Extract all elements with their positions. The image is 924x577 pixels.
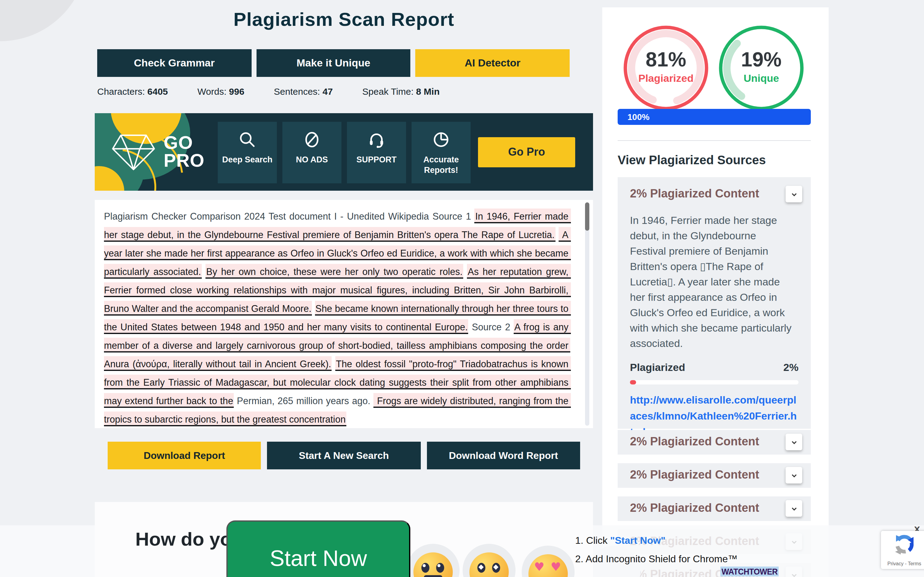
heart-eye-icon: ♥ — [534, 560, 544, 573]
expand-card-button[interactable] — [785, 500, 802, 517]
scanned-document-box: Plagiarism Checker Comparison 2024 Test … — [95, 200, 593, 428]
source-meter-value: 2% — [784, 362, 798, 374]
document-scrollbar-thumb[interactable] — [585, 202, 589, 230]
sentences-stat: Sentences:47 — [274, 86, 333, 97]
expand-card-button[interactable] — [785, 467, 802, 484]
download-report-button[interactable]: Download Report — [108, 442, 261, 469]
words-label: Words: — [197, 86, 226, 97]
stats-row: Characters:6405 Words:996 Sentences:47 S… — [97, 86, 440, 97]
watchtower-logo: WATCHTOWER — [720, 567, 779, 576]
doc-segment: Source 2 — [468, 322, 514, 332]
words-stat: Words:996 — [197, 86, 245, 97]
search-icon — [238, 131, 256, 149]
plagiarism-report-page: Plagiarism Scan Report Check Grammar Mak… — [0, 0, 924, 577]
feature-support: SUPPORT — [347, 122, 406, 183]
feature-label: SUPPORT — [356, 155, 397, 166]
source-card-collapsed[interactable]: 2% Plagiarized Content — [618, 430, 811, 455]
doc-segment — [312, 303, 314, 314]
step2-text: 2. Add Incognito Shield for Chrome™ — [575, 554, 738, 564]
source-card-expanded: 2% Plagiarized Content In 1946, Ferrier … — [618, 177, 811, 429]
diamond-icon — [111, 132, 156, 172]
doc-segment-plagiarized: By her own choice, these were her only t… — [205, 264, 463, 279]
emoji-face — [413, 553, 453, 577]
unique-percentage: 19% — [718, 48, 805, 71]
characters-stat: Characters:6405 — [97, 86, 168, 97]
pie-chart-icon — [432, 131, 450, 149]
document-scrollbar[interactable] — [585, 202, 589, 425]
heart-eye-icon: ♥ — [551, 560, 561, 573]
feature-no-ads: NO ADS — [282, 122, 342, 183]
emoji-eye — [421, 563, 429, 573]
doc-segment: Permian, 265 million years ago. — [234, 395, 373, 406]
plagiarized-label: Plagiarized — [622, 73, 709, 85]
plagiarized-gauge: 81% Plagiarized — [622, 24, 709, 111]
source-card-title: 2% Plagiarized Content — [630, 435, 759, 448]
recaptcha-badge[interactable]: Privacy - Terms — [881, 531, 924, 569]
start-now-button[interactable]: Start Now — [226, 521, 410, 577]
sentences-label: Sentences: — [274, 86, 320, 97]
download-word-report-button[interactable]: Download Word Report — [427, 442, 580, 469]
feature-label: Accurate Reports! — [411, 155, 471, 176]
chevron-down-icon — [789, 470, 799, 480]
unique-gauge: 19% Unique — [718, 24, 805, 111]
feature-deep-search: Deep Search — [218, 122, 277, 183]
recaptcha-terms[interactable]: Privacy - Terms — [881, 561, 924, 567]
emoji-star-eye — [492, 563, 500, 573]
pro-features: Deep Search NO ADS — [218, 122, 471, 183]
go-pro-button[interactable]: Go Pro — [478, 137, 575, 167]
step1-text: 1. Click — [575, 535, 610, 546]
source-meter-track — [630, 380, 798, 384]
document-text: Plagiarism Checker Comparison 2024 Test … — [104, 207, 568, 429]
emoji-star-eye — [477, 563, 485, 573]
unique-label: Unique — [718, 73, 805, 85]
emoji-eye — [436, 563, 444, 573]
sentences-value: 47 — [323, 86, 332, 97]
results-sidebar: 81% Plagiarized 19% Unique 100% View Pla… — [602, 7, 829, 577]
source-meter-row: Plagiarized 2% — [630, 362, 798, 374]
heart-eyes-icon[interactable]: ♥ ♥ — [522, 546, 574, 577]
plagiarized-percentage: 81% — [622, 48, 709, 71]
star-struck-icon[interactable] — [463, 544, 516, 577]
go-pro-brand: GO PRO — [164, 134, 215, 169]
emoji-mouth — [424, 575, 442, 577]
emoji-excited-icon[interactable] — [406, 544, 460, 577]
scan-progress-bar: 100% — [618, 109, 811, 125]
doc-segment — [332, 359, 335, 369]
expand-card-button[interactable] — [785, 434, 802, 450]
characters-label: Characters: — [97, 86, 145, 97]
make-it-unique-button[interactable]: Make it Unique — [256, 49, 410, 77]
source-excerpt: In 1946, Ferrier made her stage debut, i… — [630, 213, 792, 351]
main-column: Plagiarism Scan Report Check Grammar Mak… — [95, 0, 593, 577]
words-value: 996 — [229, 86, 244, 97]
chevron-down-icon — [789, 437, 799, 447]
collapse-card-button[interactable] — [785, 186, 802, 202]
instruction-step-1: 1. Click "Start Now" — [575, 535, 666, 546]
doc-segment — [202, 266, 205, 277]
sources-heading: View Plagiarized Sources — [618, 153, 766, 167]
speak-time-value: 8 Min — [416, 86, 440, 97]
report-action-row: Download Report Start A New Search Downl… — [108, 442, 580, 469]
characters-value: 6405 — [147, 86, 168, 97]
chevron-down-icon — [789, 189, 799, 199]
no-ads-icon — [303, 131, 321, 149]
go-pro-banner: GO PRO Deep Search — [95, 113, 593, 191]
source-meter-fill — [630, 380, 636, 384]
feature-label: Deep Search — [222, 155, 273, 166]
feature-accurate-reports: Accurate Reports! — [411, 122, 471, 183]
source-card-title: 2% Plagiarized Content — [630, 187, 759, 200]
doc-segment — [555, 229, 559, 240]
source-card-collapsed[interactable]: 2% Plagiarized Content — [618, 463, 811, 488]
scan-progress-value: 100% — [627, 112, 650, 122]
emoji-face — [469, 553, 509, 577]
feature-label: NO ADS — [296, 155, 328, 166]
step1-start-now-link[interactable]: "Start Now" — [610, 535, 666, 546]
source-card-title: 2% Plagiarized Content — [630, 501, 759, 515]
doc-segment: Plagiarism Checker Comparison 2024 Test … — [104, 211, 475, 221]
start-new-search-button[interactable]: Start A New Search — [267, 442, 421, 469]
check-grammar-button[interactable]: Check Grammar — [97, 49, 251, 77]
source-card-collapsed[interactable]: 2% Plagiarized Content — [618, 496, 811, 521]
page-title: Plagiarism Scan Report — [95, 9, 593, 31]
speak-time-stat: Speak Time:8 Min — [362, 86, 440, 97]
rating-promo-box: How do you rate your Start Now ♥ — [95, 502, 593, 577]
ai-detector-button[interactable]: AI Detector — [416, 49, 570, 77]
